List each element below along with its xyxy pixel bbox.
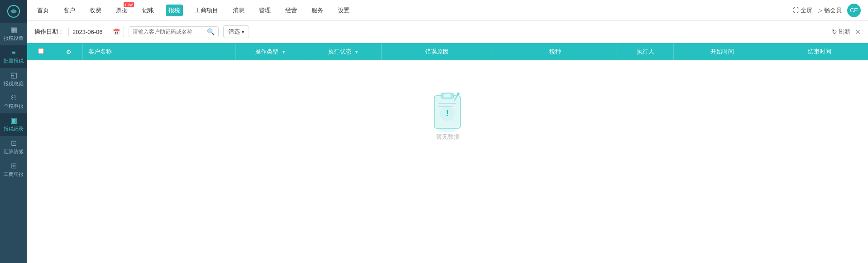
batch-tax-icon: ≡ xyxy=(11,49,15,56)
svg-point-9 xyxy=(457,93,460,95)
th-exec-status: 执行状态 ▼ xyxy=(305,43,382,60)
nav-operations[interactable]: 经营 xyxy=(283,5,300,16)
nav-commerce[interactable]: 工商项目 xyxy=(192,5,221,16)
empty-text: 暂无数据 xyxy=(436,133,460,141)
th-settings[interactable]: ⚙ xyxy=(55,43,82,60)
select-all-checkbox[interactable] xyxy=(38,48,44,54)
empty-state: ! 暂无数据 xyxy=(27,60,868,168)
tax-records-icon: ▣ xyxy=(10,117,17,124)
th-tax-type: 税种 xyxy=(493,43,618,60)
table-wrapper: ⚙ 客户名称 操作类型 ▼ 执行状态 ▼ xyxy=(27,43,868,263)
date-input[interactable] xyxy=(72,29,111,35)
nav-management[interactable]: 管理 xyxy=(256,5,273,16)
annual-report-icon: ⊞ xyxy=(11,162,17,170)
nav-customer[interactable]: 客户 xyxy=(61,5,78,16)
svg-text:!: ! xyxy=(446,108,449,118)
nav-settings[interactable]: 设置 xyxy=(335,5,352,16)
empty-illustration: ! xyxy=(427,88,468,133)
th-customer-name: 客户名称 xyxy=(83,43,236,60)
calendar-icon: 📅 xyxy=(113,29,120,35)
member-icon: ▷ xyxy=(818,7,822,14)
refresh-button[interactable]: ↻ 刷新 xyxy=(832,28,850,36)
sidebar-item-tax-settings[interactable]: ▦ 报税设置 xyxy=(0,23,27,45)
topnav-right: ⛶ 全屏 ▷ 畅会员 CE xyxy=(793,4,861,17)
table-header-row: ⚙ 客户名称 操作类型 ▼ 执行状态 ▼ xyxy=(27,43,868,60)
svg-rect-3 xyxy=(444,94,451,97)
main-table: ⚙ 客户名称 操作类型 ▼ 执行状态 ▼ xyxy=(27,43,868,168)
search-input[interactable] xyxy=(133,29,205,35)
personal-tax-icon: ⚇ xyxy=(10,94,17,102)
th-op-type: 操作类型 ▼ xyxy=(235,43,305,60)
new-badge: new xyxy=(124,2,134,8)
nav-invoice[interactable]: 票据 new xyxy=(113,5,130,16)
search-wrapper: 🔍 xyxy=(129,26,219,37)
content-area: 操作日期： 📅 🔍 筛选 ▾ ↻ 刷新 ✕ xyxy=(27,21,868,263)
topnav-items: 首页 客户 收费 票据 new 记账 报税 工商项目 消息 管理 经营 服务 设… xyxy=(34,5,793,16)
refresh-icon: ↻ xyxy=(832,28,837,35)
date-picker[interactable]: 📅 xyxy=(68,27,124,37)
close-button[interactable]: ✕ xyxy=(855,28,861,36)
settlement-icon: ⊡ xyxy=(11,140,17,147)
fullscreen-icon: ⛶ xyxy=(793,7,799,14)
user-avatar[interactable]: CE xyxy=(847,4,861,17)
sidebar-item-tax-records[interactable]: ▣ 报税记录 xyxy=(0,113,27,136)
tax-settings-icon: ▦ xyxy=(10,26,17,34)
nav-tax[interactable]: 报税 xyxy=(166,5,183,16)
filter-button[interactable]: 筛选 ▾ xyxy=(223,25,249,38)
sidebar-item-settlement[interactable]: ⊡ 汇算清缴 xyxy=(0,136,27,159)
sidebar-item-batch-tax[interactable]: ≡ 批量报税 xyxy=(0,45,27,68)
date-label: 操作日期： xyxy=(34,28,64,36)
th-error-reason: 错误原因 xyxy=(382,43,493,60)
nav-messages[interactable]: 消息 xyxy=(230,5,247,16)
search-button[interactable]: 🔍 xyxy=(207,28,215,35)
settings-icon: ⚙ xyxy=(66,49,72,55)
svg-point-10 xyxy=(437,129,457,132)
tax-overview-icon: ◱ xyxy=(10,72,17,79)
op-type-filter-icon[interactable]: ▼ xyxy=(281,49,286,54)
sidebar-item-annual-report[interactable]: ⊞ 工商年报 xyxy=(0,159,27,181)
toolbar: 操作日期： 📅 🔍 筛选 ▾ ↻ 刷新 ✕ xyxy=(27,21,868,43)
topnav: 首页 客户 收费 票据 new 记账 报税 工商项目 消息 管理 经营 服务 设… xyxy=(27,0,868,21)
sidebar-logo xyxy=(0,0,27,23)
chevron-down-icon: ▾ xyxy=(242,29,244,34)
sidebar: ▦ 报税设置 ≡ 批量报税 ◱ 报税总览 ⚇ 个税申报 ▣ 报税记录 ⊡ 汇算清… xyxy=(0,0,27,263)
th-end-time: 结束时间 xyxy=(771,43,868,60)
th-checkbox xyxy=(27,43,55,60)
nav-accounting[interactable]: 记账 xyxy=(139,5,157,16)
fullscreen-btn[interactable]: ⛶ 全屏 xyxy=(793,6,812,15)
main-wrapper: 首页 客户 收费 票据 new 记账 报税 工商项目 消息 管理 经营 服务 设… xyxy=(27,0,868,263)
exec-status-filter-icon[interactable]: ▼ xyxy=(355,49,359,54)
nav-home[interactable]: 首页 xyxy=(34,5,52,16)
sidebar-item-personal-tax[interactable]: ⚇ 个税申报 xyxy=(0,91,27,113)
th-start-time: 开始时间 xyxy=(673,43,771,60)
nav-services[interactable]: 服务 xyxy=(309,5,326,16)
member-btn[interactable]: ▷ 畅会员 xyxy=(818,6,842,15)
nav-billing[interactable]: 收费 xyxy=(87,5,104,16)
th-executor: 执行人 xyxy=(618,43,673,60)
sidebar-item-tax-overview[interactable]: ◱ 报税总览 xyxy=(0,68,27,91)
